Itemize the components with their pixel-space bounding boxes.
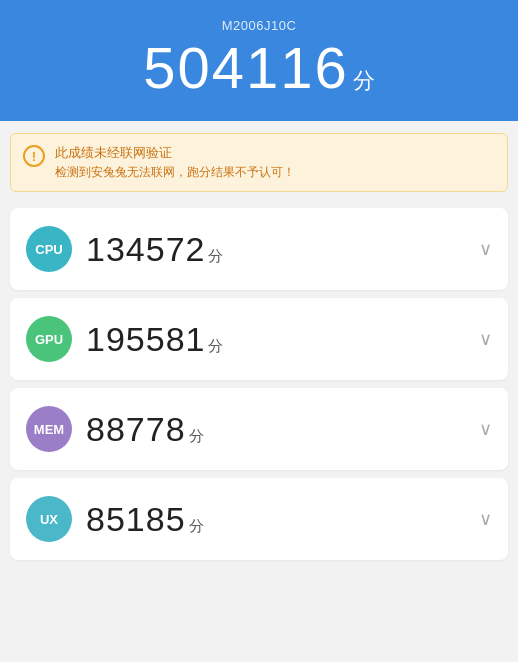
warning-icon: ! xyxy=(23,145,45,167)
chevron-gpu: ∨ xyxy=(479,328,492,350)
score-value-cpu: 134572 xyxy=(86,230,205,269)
total-score-row: 504116 分 xyxy=(20,39,498,97)
card-left-mem: MEM 88778 分 xyxy=(26,406,204,452)
card-left-ux: UX 85185 分 xyxy=(26,496,204,542)
card-left-gpu: GPU 195581 分 xyxy=(26,316,223,362)
chevron-mem: ∨ xyxy=(479,418,492,440)
warning-title: 此成绩未经联网验证 xyxy=(55,144,295,162)
score-row-gpu: 195581 分 xyxy=(86,320,223,359)
badge-ux: UX xyxy=(26,496,72,542)
score-card-cpu[interactable]: CPU 134572 分 ∨ xyxy=(10,208,508,290)
score-row-ux: 85185 分 xyxy=(86,500,204,539)
chevron-ux: ∨ xyxy=(479,508,492,530)
warning-text-block: 此成绩未经联网验证 检测到安兔兔无法联网，跑分结果不予认可！ xyxy=(55,144,295,181)
score-row-cpu: 134572 分 xyxy=(86,230,223,269)
header-section: M2006J10C 504116 分 xyxy=(0,0,518,121)
cards-container: CPU 134572 分 ∨ GPU 195581 分 ∨ MEM 88778 xyxy=(0,204,518,570)
score-value-gpu: 195581 xyxy=(86,320,205,359)
total-score: 504116 xyxy=(143,39,349,97)
device-name: M2006J10C xyxy=(20,18,498,33)
warning-banner: ! 此成绩未经联网验证 检测到安兔兔无法联网，跑分结果不予认可！ xyxy=(10,133,508,192)
score-unit-cpu: 分 xyxy=(208,247,223,266)
score-value-mem: 88778 xyxy=(86,410,186,449)
score-card-mem[interactable]: MEM 88778 分 ∨ xyxy=(10,388,508,470)
score-unit-ux: 分 xyxy=(189,517,204,536)
card-left-cpu: CPU 134572 分 xyxy=(26,226,223,272)
score-unit-mem: 分 xyxy=(189,427,204,446)
score-card-ux[interactable]: UX 85185 分 ∨ xyxy=(10,478,508,560)
score-row-mem: 88778 分 xyxy=(86,410,204,449)
badge-cpu: CPU xyxy=(26,226,72,272)
score-unit-gpu: 分 xyxy=(208,337,223,356)
warning-icon-symbol: ! xyxy=(32,149,36,164)
score-value-ux: 85185 xyxy=(86,500,186,539)
score-card-gpu[interactable]: GPU 195581 分 ∨ xyxy=(10,298,508,380)
total-score-unit: 分 xyxy=(353,66,375,96)
badge-mem: MEM xyxy=(26,406,72,452)
warning-subtitle: 检测到安兔兔无法联网，跑分结果不予认可！ xyxy=(55,164,295,181)
chevron-cpu: ∨ xyxy=(479,238,492,260)
badge-gpu: GPU xyxy=(26,316,72,362)
